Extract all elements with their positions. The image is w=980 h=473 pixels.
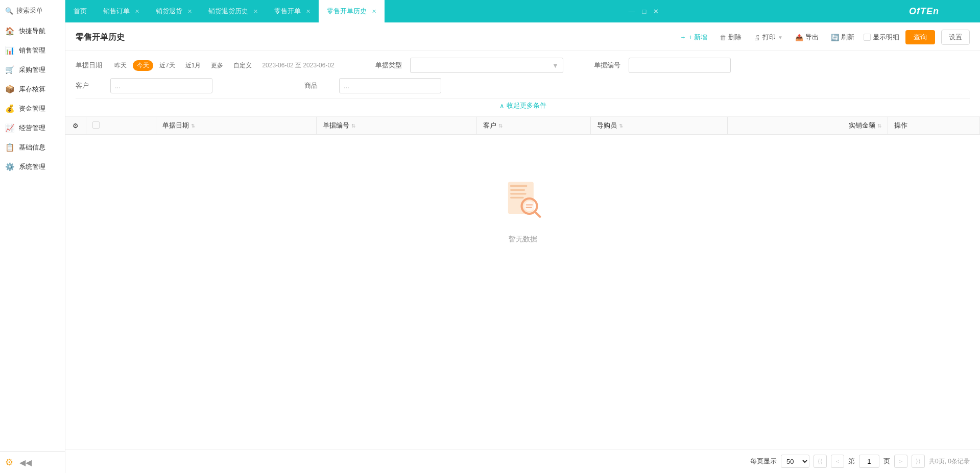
tab-sales-return-history[interactable]: 销货退货历史 ✕ (200, 0, 266, 22)
type-filter-label: 单据类型 (375, 61, 406, 70)
sidebar-item-label: 库存核算 (19, 85, 45, 94)
th-customer-label: 客户 (483, 121, 496, 130)
type-select[interactable]: ▼ (410, 58, 563, 73)
table-area: ⚙ 单据日期 ⇅ 单据编号 (65, 117, 980, 449)
settings-bottom-icon[interactable]: ⚙ (5, 457, 13, 468)
customer-filter: 客户 ... (76, 78, 212, 93)
tab-home[interactable]: 首页 (65, 0, 95, 22)
delete-icon: 🗑 (720, 34, 726, 41)
last-page-btn[interactable]: ⟩⟩ (912, 455, 925, 468)
sidebar-item-operations[interactable]: 📈 经营管理 (0, 118, 65, 138)
page-title: 零售开单历史 (76, 32, 677, 43)
window-close-icon[interactable]: ✕ (653, 8, 659, 15)
refresh-icon: 🔄 (831, 34, 839, 41)
window-minimize-icon[interactable]: — (629, 8, 635, 15)
th-checkbox (86, 117, 156, 135)
export-button[interactable]: 📤 导出 (792, 31, 822, 44)
page-input[interactable] (859, 455, 879, 468)
brand-text: OfTEn (909, 6, 939, 17)
number-filter: 单据编号 (594, 58, 731, 73)
refresh-label: 刷新 (841, 33, 854, 42)
add-label: + 新增 (688, 33, 707, 42)
page-label: 页 (883, 457, 890, 466)
sidebar-item-quick-nav[interactable]: 🏠 快捷导航 (0, 21, 65, 41)
date-btn-1month[interactable]: 近1月 (181, 60, 205, 71)
tab-sales-order-close[interactable]: ✕ (135, 8, 139, 15)
th-guide-label: 导购员 (597, 121, 617, 130)
display-detail-checkbox[interactable] (864, 34, 871, 41)
tab-retail-history-close[interactable]: ✕ (372, 8, 376, 15)
goods-input[interactable]: ... (339, 78, 441, 93)
refresh-button[interactable]: 🔄 刷新 (828, 31, 857, 44)
delete-label: 删除 (728, 33, 742, 42)
tab-retail-open[interactable]: 零售开单 ✕ (266, 0, 319, 22)
th-date[interactable]: 单据日期 ⇅ (156, 117, 317, 135)
sidebar-item-purchase-mgmt[interactable]: 🛒 采购管理 (0, 60, 65, 80)
amount-sort-icon: ⇅ (877, 123, 881, 129)
collapse-label: 收起更多条件 (507, 101, 546, 110)
collapse-btn[interactable]: ∧ 收起更多条件 (76, 98, 970, 112)
tab-sales-return-close[interactable]: ✕ (187, 8, 192, 15)
th-guide[interactable]: 导购员 ⇅ (590, 117, 727, 135)
query-label: 查询 (914, 33, 927, 42)
date-btn-more[interactable]: 更多 (207, 60, 227, 71)
date-btn-yesterday[interactable]: 昨天 (110, 60, 131, 71)
date-btn-today[interactable]: 今天 (133, 60, 153, 71)
collapse-sidebar-icon[interactable]: ◀◀ (19, 458, 32, 467)
tab-sales-return[interactable]: 销货退货 ✕ (148, 0, 200, 22)
search-icon: 🔍 (5, 7, 13, 15)
display-detail-check[interactable]: 显示明细 (864, 33, 899, 42)
print-label: 打印 (762, 33, 776, 42)
sidebar-item-base-info[interactable]: 📋 基础信息 (0, 138, 65, 157)
sidebar-item-sys-mgmt[interactable]: ⚙️ 系统管理 (0, 157, 65, 177)
goods-dots: ... (344, 82, 349, 90)
tab-sales-order[interactable]: 销售订单 ✕ (95, 0, 148, 22)
sidebar-item-label: 销售管理 (19, 46, 45, 55)
date-btn-custom[interactable]: 自定义 (229, 60, 256, 71)
date-sort-icon: ⇅ (191, 123, 195, 129)
delete-button[interactable]: 🗑 删除 (716, 31, 745, 44)
print-button[interactable]: 🖨 打印 ▼ (751, 31, 786, 44)
customer-dots: ... (115, 82, 121, 90)
th-customer[interactable]: 客户 ⇅ (477, 117, 590, 135)
sidebar-item-label: 采购管理 (19, 65, 45, 74)
tab-sales-return-history-label: 销货退货历史 (208, 7, 248, 16)
th-amount-label: 实销金额 (849, 121, 875, 130)
column-settings-icon[interactable]: ⚙ (73, 122, 79, 130)
th-action: 操作 (888, 117, 979, 135)
sidebar-item-inventory[interactable]: 📦 库存核算 (0, 80, 65, 99)
tab-retail-history[interactable]: 零售开单历史 ✕ (319, 0, 385, 22)
select-all-checkbox[interactable] (92, 121, 100, 129)
tab-sales-return-history-close[interactable]: ✕ (253, 8, 258, 15)
sidebar-search[interactable]: 🔍 搜索采单 (0, 0, 65, 21)
th-amount[interactable]: 实销金额 ⇅ (727, 117, 888, 135)
customer-input[interactable]: ... (110, 78, 212, 93)
number-input[interactable] (629, 58, 731, 73)
query-button[interactable]: 查询 (905, 30, 935, 44)
date-filter: 单据日期 昨天 今天 近7天 近1月 更多 自定义 2023-06-02 至 2… (76, 60, 334, 71)
prev-page-btn[interactable]: ＜ (831, 455, 844, 468)
sidebar-item-finance[interactable]: 💰 资金管理 (0, 99, 65, 118)
filter-area: 单据日期 昨天 今天 近7天 近1月 更多 自定义 2023-06-02 至 2… (65, 51, 980, 117)
sidebar-bottom: ⚙ ◀◀ (0, 451, 65, 473)
settings-button[interactable]: 设置 (941, 30, 970, 45)
date-filter-label: 单据日期 (76, 61, 106, 70)
settings-label: 设置 (949, 33, 962, 42)
tab-retail-history-label: 零售开单历史 (327, 7, 367, 16)
th-settings[interactable]: ⚙ (65, 117, 86, 135)
add-button[interactable]: ＋ + 新增 (677, 31, 710, 44)
next-page-btn[interactable]: ＞ (894, 455, 907, 468)
first-page-btn[interactable]: ⟨⟨ (814, 455, 827, 468)
page-size-select[interactable]: 10 20 50 100 (781, 455, 809, 468)
type-select-arrow: ▼ (552, 62, 559, 69)
window-maximize-icon[interactable]: □ (642, 8, 647, 15)
type-filter: 单据类型 ▼ (375, 58, 563, 73)
sys-icon: ⚙️ (5, 162, 15, 171)
sidebar-item-sales-mgmt[interactable]: 📊 销售管理 (0, 41, 65, 60)
customer-filter-label: 客户 (76, 81, 106, 90)
sidebar-item-label: 基础信息 (19, 143, 45, 152)
topbar: 首页 销售订单 ✕ 销货退货 ✕ 销货退货历史 ✕ 零售开单 ✕ 零售开单历史 … (65, 0, 980, 22)
tab-retail-open-close[interactable]: ✕ (306, 8, 310, 15)
date-btn-7days[interactable]: 近7天 (155, 60, 179, 71)
th-number[interactable]: 单据编号 ⇅ (317, 117, 477, 135)
